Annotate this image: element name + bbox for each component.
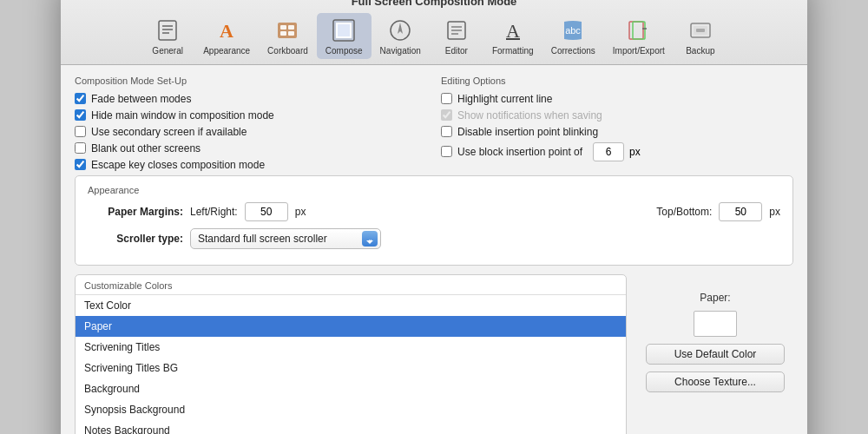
editing-options-title: Editing Options: [441, 76, 793, 86]
toolbar-item-formatting[interactable]: AFormatting: [483, 13, 542, 59]
top-bottom-label: Top/Bottom:: [656, 206, 712, 218]
left-right-input[interactable]: [245, 202, 288, 221]
color-item-background[interactable]: Background: [76, 378, 626, 399]
navigation-label: Navigation: [380, 46, 421, 56]
px-value-input[interactable]: [593, 142, 624, 161]
editing-row-show_notifications: Show notifications when saving: [441, 109, 793, 122]
paper-panel: Paper: Use Default Color Choose Texture.…: [637, 274, 793, 435]
top-columns: Composition Mode Set-Up Fade between mod…: [75, 76, 793, 175]
checkbox-blank[interactable]: [75, 142, 86, 154]
main-window: Full Screen Composition Mode GeneralAApp…: [61, 0, 807, 434]
left-right-label: Left/Right:: [190, 206, 238, 218]
toolbar-item-corrections[interactable]: abcCorrections: [542, 13, 604, 59]
top-bottom-px: px: [769, 206, 780, 218]
appearance-title: Appearance: [88, 185, 780, 195]
appearance-icon: A: [213, 16, 240, 44]
svg-text:abc: abc: [565, 25, 581, 36]
editor-label: Editor: [445, 46, 468, 56]
composition-mode-title: Composition Mode Set-Up: [75, 76, 427, 86]
editing-label-highlight_line: Highlight current line: [457, 93, 552, 105]
color-item-notes_bg[interactable]: Notes Background: [76, 420, 626, 435]
editing-checkbox-show_notifications[interactable]: [441, 109, 452, 121]
editing-options-section: Editing Options Highlight current lineSh…: [441, 76, 793, 175]
checkbox-secondary[interactable]: [75, 126, 86, 137]
svg-rect-5: [278, 23, 297, 38]
checkbox-label-secondary: Use secondary screen if available: [91, 126, 247, 138]
checkbox-row-blank: Blank out other screens: [75, 142, 427, 155]
toolbar-item-backup[interactable]: Backup: [674, 13, 727, 59]
corrections-icon: abc: [559, 16, 587, 44]
checkbox-hide_main[interactable]: [75, 109, 86, 121]
svg-rect-27: [696, 29, 705, 32]
svg-rect-22: [629, 22, 643, 39]
editing-label-show_notifications: Show notifications when saving: [457, 109, 602, 122]
use-default-color-button[interactable]: Use Default Color: [646, 344, 785, 365]
compose-label: Compose: [326, 46, 363, 56]
checkbox-fade[interactable]: [75, 93, 86, 104]
checkbox-row-secondary: Use secondary screen if available: [75, 126, 427, 138]
paper-margins-label: Paper Margins:: [88, 206, 183, 218]
importexport-label: Import/Export: [613, 46, 665, 56]
appearance-section: Appearance Paper Margins: Left/Right: px…: [75, 175, 793, 266]
compose-icon: [330, 16, 358, 44]
color-item-synopsis_bg[interactable]: Synopsis Background: [76, 399, 626, 420]
toolbar-item-compose[interactable]: Compose: [317, 13, 372, 59]
checkbox-escape[interactable]: [75, 159, 86, 170]
formatting-icon: A: [499, 16, 527, 44]
color-item-paper[interactable]: Paper: [76, 316, 626, 337]
bottom-section: Customizable Colors Text ColorPaperScriv…: [75, 274, 793, 435]
svg-rect-6: [280, 25, 286, 30]
editing-label-disable_insertion: Disable insertion point blinking: [457, 126, 598, 138]
choose-texture-button[interactable]: Choose Texture...: [646, 372, 785, 392]
editing-checkbox-disable_insertion[interactable]: [441, 126, 452, 137]
checkbox-row-hide_main: Hide main window in composition mode: [75, 109, 427, 122]
colors-title: Customizable Colors: [76, 275, 626, 294]
backup-icon: [687, 16, 714, 44]
content-area: Composition Mode Set-Up Fade between mod…: [61, 65, 807, 435]
toolbar-item-importexport[interactable]: Import/Export: [604, 13, 674, 59]
editing-row-disable_insertion: Disable insertion point blinking: [441, 126, 793, 138]
scroller-row: Scroller type: Standard full screen scro…: [88, 228, 780, 249]
svg-rect-12: [338, 24, 350, 36]
editing-checkbox-block_insertion[interactable]: [441, 146, 452, 157]
corrections-label: Corrections: [551, 46, 595, 56]
color-item-scrivening_titles_bg[interactable]: Scrivening Titles BG: [76, 358, 626, 378]
formatting-label: Formatting: [492, 46, 534, 56]
navigation-icon: [386, 16, 414, 44]
px-label: px: [629, 146, 641, 158]
svg-rect-7: [288, 25, 294, 30]
general-label: General: [152, 46, 183, 56]
composition-mode-section: Composition Mode Set-Up Fade between mod…: [75, 76, 427, 175]
toolbar-item-appearance[interactable]: AAppearance: [194, 13, 259, 59]
colors-list: Text ColorPaperScrivening TitlesScriveni…: [76, 294, 626, 435]
editing-label-block_insertion: Use block insertion point of: [457, 146, 582, 158]
toolbar: GeneralAAppearanceCorkboardComposeNaviga…: [141, 13, 727, 64]
importexport-icon: [625, 16, 653, 44]
color-item-text_color[interactable]: Text Color: [76, 295, 626, 316]
left-right-px: px: [295, 206, 306, 218]
color-item-scrivening_titles[interactable]: Scrivening Titles: [76, 337, 626, 358]
backup-label: Backup: [686, 46, 714, 56]
paper-margins-row: Paper Margins: Left/Right: px Top/Bottom…: [88, 202, 780, 221]
svg-marker-14: [398, 23, 403, 34]
svg-rect-8: [280, 31, 286, 36]
corkboard-icon: [273, 16, 301, 44]
editing-checkbox-highlight_line[interactable]: [441, 93, 452, 104]
toolbar-item-general[interactable]: General: [141, 13, 194, 59]
toolbar-item-corkboard[interactable]: Corkboard: [259, 13, 317, 59]
checkbox-row-fade: Fade between modes: [75, 93, 427, 105]
svg-rect-0: [159, 21, 176, 40]
editing-row-block_insertion: Use block insertion point of px: [441, 142, 793, 161]
editing-row-highlight_line: Highlight current line: [441, 93, 793, 105]
checkbox-label-escape: Escape key closes composition mode: [91, 159, 265, 171]
paper-swatch[interactable]: [694, 311, 737, 337]
scroller-label: Scroller type:: [88, 233, 183, 245]
appearance-label: Appearance: [203, 46, 250, 56]
toolbar-item-editor[interactable]: Editor: [430, 13, 483, 59]
scroller-select[interactable]: Standard full screen scrollerFixed width…: [190, 228, 381, 249]
top-bottom-input[interactable]: [719, 202, 762, 221]
checkbox-label-blank: Blank out other screens: [91, 142, 201, 155]
svg-text:A: A: [220, 20, 233, 42]
colors-list-box: Customizable Colors Text ColorPaperScriv…: [75, 274, 627, 435]
toolbar-item-navigation[interactable]: Navigation: [372, 13, 430, 59]
